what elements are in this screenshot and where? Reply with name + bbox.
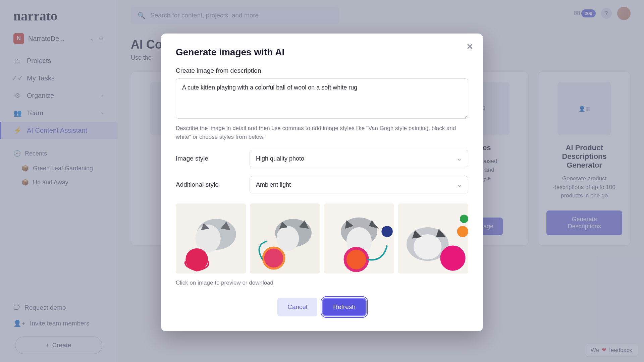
generated-thumbnails: [176, 203, 468, 274]
close-icon: ✕: [466, 42, 474, 52]
generated-image-1[interactable]: [176, 203, 246, 274]
image-style-label: Image style: [176, 155, 236, 162]
svg-point-8: [276, 226, 299, 251]
svg-point-23: [414, 234, 442, 259]
additional-style-select[interactable]: Ambient light ⌄: [250, 176, 468, 193]
description-label: Create image from description: [176, 67, 468, 74]
generated-image-3[interactable]: [324, 203, 394, 274]
select-value: High quality photo: [256, 155, 304, 162]
description-help: Describe the image in detail and then us…: [176, 124, 468, 141]
thumbnail-help: Click on image to preview or download: [176, 280, 468, 286]
cancel-button[interactable]: Cancel: [277, 298, 317, 316]
svg-point-27: [457, 226, 468, 237]
modal-actions: Cancel Refresh: [176, 298, 468, 316]
chevron-down-icon: ⌄: [457, 181, 462, 188]
description-input[interactable]: [176, 78, 468, 119]
generated-image-4[interactable]: [398, 203, 468, 274]
svg-point-20: [381, 226, 392, 237]
additional-style-label: Additional style: [176, 181, 236, 188]
svg-point-26: [440, 245, 465, 270]
chevron-down-icon: ⌄: [457, 155, 462, 162]
modal-title: Generate images with AI: [176, 47, 468, 58]
refresh-button[interactable]: Refresh: [322, 298, 367, 316]
select-value: Ambient light: [256, 181, 291, 188]
image-style-select[interactable]: High quality photo ⌄: [250, 150, 468, 167]
generate-images-modal: ✕ Generate images with AI Create image f…: [161, 34, 483, 331]
generated-image-2[interactable]: [250, 203, 320, 274]
close-button[interactable]: ✕: [466, 42, 474, 52]
modal-overlay: ✕ Generate images with AI Create image f…: [0, 0, 644, 362]
svg-point-28: [460, 215, 468, 223]
